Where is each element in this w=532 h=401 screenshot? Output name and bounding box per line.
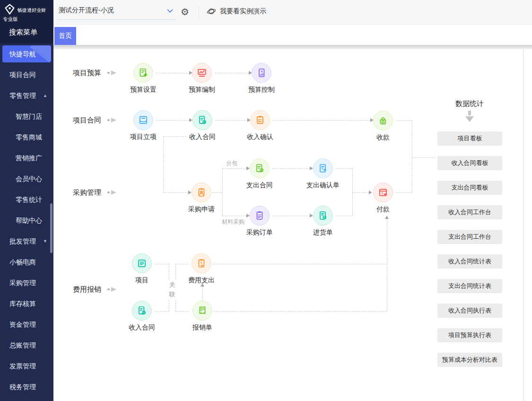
sidebar-item-wholesale-mgmt[interactable]: 批发管理▼ [0,231,53,252]
report-link-1[interactable]: 收入合同看板 [437,156,502,170]
content-top-divider [53,45,532,49]
connector-segment [396,192,412,193]
flow-node-project-initiation[interactable] [133,110,153,130]
flow-node-make-payment[interactable]: ¥ [373,183,393,202]
flow-node-budget-compile[interactable] [192,63,212,83]
connector-segment [222,168,247,169]
sidebar-item-inventory-accounting[interactable]: 库存核算 [0,293,53,314]
sidebar-item-tax-mgmt[interactable]: 税务管理 [0,376,53,397]
board-chart-icon [197,68,207,78]
sidebar-item-label: 会员中心 [16,175,42,183]
receipt-icon: ¥ [197,305,208,316]
connector-segment [273,120,371,121]
flow-node-label-budget-compile: 预算编制 [169,86,235,94]
row-arrow-icon [107,70,116,75]
gear-icon[interactable]: ⚙ [181,5,189,19]
sidebar-item-label: 小畅电商 [9,258,36,266]
brand-name: 畅捷通好业财 [17,7,46,14]
report-link-2[interactable]: 支出合同看板 [437,181,502,195]
svg-text:¥: ¥ [383,121,384,123]
sidebar-item-label: 零售管理 [9,92,36,99]
sidebar-scrollbar[interactable] [50,203,52,253]
flow-node-income-contract-2[interactable] [132,301,152,321]
row-label-text: 费用报销 [72,285,101,294]
connector-arrowhead [310,166,313,170]
connector-segment [213,264,386,264]
report-link-8[interactable]: 项目预算执行表 [437,328,502,342]
row-arrow-icon [107,287,116,292]
report-link-4[interactable]: 支出合同工作台 [437,230,502,244]
window-pay-icon: ¥ [378,187,388,198]
flow-node-expense-confirm-doc[interactable] [313,158,333,178]
report-link-6[interactable]: 支出合同统计表 [437,279,502,293]
sidebar-item-general-ledger[interactable]: 总账管理 [0,335,53,356]
flow-node-label-budget-control: 预算控制 [228,86,295,94]
sidebar-item-label: 零售商城 [16,133,42,141]
flow-node-purchase-order[interactable] [250,206,270,226]
connector-segment [352,192,369,193]
sidebar-item-retail-stats[interactable]: 零售统计 [0,189,53,210]
stats-down-arrow-icon [468,111,471,115]
sidebar-item-purchase-mgmt[interactable]: 采购管理 [0,272,53,293]
connector-segment [336,168,352,169]
brand-logo-icon [4,3,16,15]
sidebar-item-smart-store[interactable]: 智慧门店 [0,106,53,127]
report-link-9[interactable]: 预算成本分析对比表 [437,353,502,367]
flow-node-label-purchase-order: 采购订单 [227,228,293,237]
flow-row-label-purchase-mgmt: 采购管理 [72,188,116,197]
flow-row-label-expense-reimburse: 费用报销 [72,285,116,294]
row-label-text: 项目合同 [72,116,101,125]
connector-segment [155,264,169,264]
flow-node-expense-contract[interactable] [250,158,270,178]
sidebar-item-retail-mgmt[interactable]: 零售管理▲ [0,85,53,106]
topbar-divider [199,6,199,18]
flow-node-income-confirm[interactable] [250,110,270,130]
card-yen-icon: ¥ [256,68,267,78]
clipboard-list-icon [254,210,265,221]
connector-segment [387,219,387,311]
sidebar-item-invoice-mgmt[interactable]: 发票管理 [0,356,53,376]
sidebar-item-funds-mgmt[interactable]: 资金管理 [0,314,53,335]
demo-link[interactable]: 我要看实例演示 [207,7,266,16]
book-icon [138,115,148,125]
demo-link-label: 我要看实例演示 [220,7,266,16]
search-menu-button[interactable]: 搜索菜单 [0,23,53,37]
svg-text:¥: ¥ [261,70,263,74]
report-link-0[interactable]: 项目看板 [437,131,502,146]
svg-text:¥: ¥ [382,192,384,195]
flow-node-expense-spend[interactable]: ¥ [192,253,211,273]
flow-node-project[interactable] [132,253,152,273]
flow-node-income-contract[interactable] [192,110,212,130]
sidebar-header: 畅捷通好业财 专业版 搜索菜单 [0,0,53,44]
connector-segment [222,216,247,216]
sidebar-item-xiaochang-ecommerce[interactable]: 小畅电商 [0,252,53,272]
edge-label-association: 关联 [166,279,178,300]
connector-segment [163,192,189,193]
report-link-3[interactable]: 收入合同工作台 [437,205,502,219]
flow-select-dropdown[interactable]: 测试分开流程-小况 [57,1,176,20]
sidebar-item-member-center[interactable]: 会员中心 [0,168,53,189]
flow-node-purchase-request[interactable] [192,183,211,202]
report-link-7[interactable]: 收入合同执行表 [437,304,502,318]
flow-node-receive-payment[interactable]: ¥ [373,111,393,131]
sidebar-item-retail-mall[interactable]: 零售商城 [0,127,53,148]
report-link-5[interactable]: 收入合同统计表 [437,254,502,269]
flow-node-budget-setup[interactable] [133,63,153,83]
flow-node-reimbursement[interactable]: ¥ [192,301,212,321]
doc-gear-icon [138,68,148,78]
flow-node-goods-receipt[interactable] [313,206,333,226]
flow-node-label-receive-payment: 收款 [350,133,416,142]
sidebar-item-help-center[interactable]: 帮助中心 [0,210,53,231]
brand-edition: 专业版 [0,15,53,23]
sidebar-item-marketing[interactable]: 营销推广 [0,148,53,168]
tab-home[interactable]: 首页 [54,27,76,45]
sidebar-item-quick-nav[interactable]: 快捷导航 [2,45,51,62]
flow-node-budget-control[interactable]: ¥ [252,63,271,83]
flow-node-label-make-payment: 付款 [350,205,416,214]
sidebar-item-label: 发票管理 [9,362,36,370]
row-label-text: 项目预算 [72,69,101,78]
connector-segment [215,120,248,121]
sidebar-item-label: 资金管理 [9,321,36,328]
connector-segment [175,264,189,264]
sidebar-item-project-contract[interactable]: 项目合同 [0,64,53,85]
